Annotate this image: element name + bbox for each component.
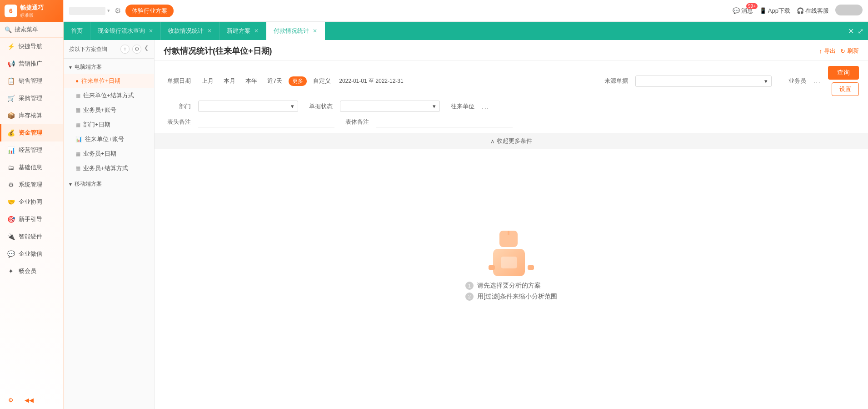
scheme-panel-actions: + ⚙ ❮ [120,45,149,54]
tab-receipt-stats[interactable]: 收款情况统计✕ [161,22,219,40]
scheme-item[interactable]: ▦往来单位+结算方式 [64,88,154,103]
header-note-input[interactable] [198,116,334,127]
tab-home[interactable]: 首页 [64,22,90,40]
scheme-group-arrow-icon: ▾ [69,181,72,187]
empty-state: 1 请先选择要分析的方案 2 用[过滤]条件来缩小分析范围 [155,149,868,409]
refresh-btn[interactable]: ↻ 刷新 [840,47,859,55]
scheme-item-icon: ▦ [75,107,80,113]
page-header-actions: ↑ 导出 ↻ 刷新 [819,47,859,55]
body-note-input[interactable] [376,116,513,127]
body-note-label: 表体备注 [342,118,369,126]
export-btn[interactable]: ↑ 导出 [819,47,836,55]
date-last-month-btn[interactable]: 上月 [198,76,217,86]
sidebar-nav: ⚡快捷导航📢营销推广📋销售管理🛒采购管理📦库存核算💰资金管理📊经营管理🗂基础信息… [0,38,63,391]
sidebar-label-inventory: 库存核算 [19,111,42,120]
scheme-item[interactable]: ▦业务员+日期 [64,146,154,161]
industry-btn[interactable]: 体验行业方案 [125,5,174,17]
sidebar-item-cooperation[interactable]: 🤝企业协同 [0,193,63,211]
tab-close-bank-flow[interactable]: ✕ [149,28,153,34]
sidebar-item-hardware[interactable]: 🔌智能硬件 [0,228,63,245]
user-avatar[interactable] [835,5,863,17]
scheme-group-title[interactable]: ▾移动端方案 [64,177,154,191]
tab-new-scheme[interactable]: 新建方案✕ [219,22,266,40]
tab-close-all-btn[interactable]: ✕ [848,27,854,35]
sidebar-item-guide[interactable]: 🎯新手引导 [0,211,63,228]
scheme-item-icon: ▦ [75,121,80,128]
sidebar-item-wechat[interactable]: 💬企业微信 [0,245,63,263]
tab-close-new-scheme[interactable]: ✕ [254,28,259,34]
salesperson-more-btn[interactable]: ... [813,77,821,85]
scheme-item-label: 往来单位+账号 [85,135,124,143]
sidebar-item-inventory[interactable]: 📦库存核算 [0,107,63,124]
sidebar-icon-cooperation: 🤝 [7,198,15,206]
scheme-panel-title: 按以下方案查询 [69,45,107,53]
sidebar-label-vip: 畅会员 [19,267,36,275]
search-menu-label: 搜索菜单 [15,25,38,34]
sidebar-label-hardware: 智能硬件 [19,232,42,241]
message-btn[interactable]: 💬 消息 99+ [733,7,753,15]
page-title: 付款情况统计(往来单位+日期) [164,45,272,56]
settings-btn[interactable]: 设置 [832,82,859,96]
tab-bank-flow[interactable]: 现金银行流水查询✕ [90,22,161,40]
collapse-bar[interactable]: ∧ 收起更多条件 [155,133,868,149]
date-7days-btn[interactable]: 近7天 [264,76,286,86]
headset-icon: 🎧 [797,7,804,14]
sidebar-item-quick-nav[interactable]: ⚡快捷导航 [0,38,63,55]
scheme-item[interactable]: 📊往来单位+账号 [64,132,154,146]
doc-status-select[interactable]: ▾ [340,101,440,112]
tab-payment-stats[interactable]: 付款情况统计✕ [266,22,325,40]
online-service-btn[interactable]: 🎧 在线客服 [797,7,829,15]
tab-expand-btn[interactable]: ⤢ [858,27,863,35]
sidebar-item-system[interactable]: ⚙系统管理 [0,176,63,193]
app-download-btn[interactable]: 📱 App下载 [759,7,790,15]
scheme-collapse-icon[interactable]: ❮ [144,45,149,54]
sidebar-label-cooperation: 企业协同 [19,198,42,206]
scheme-item-label: 往来单位+结算方式 [83,91,134,100]
tab-label-bank-flow: 现金银行流水查询 [98,27,145,35]
scheme-item-icon: 📊 [75,136,82,142]
scheme-panel-header: 按以下方案查询 + ⚙ ❮ [64,40,154,59]
search-menu[interactable]: 🔍 搜索菜单 [0,22,63,38]
doc-status-label: 单据状态 [305,102,333,111]
add-scheme-btn[interactable]: + [120,45,130,54]
sidebar-label-basic-info: 基础信息 [19,163,42,172]
sidebar-item-basic-info[interactable]: 🗂基础信息 [0,159,63,176]
scheme-settings-btn[interactable]: ⚙ [132,45,141,54]
scheme-group-title[interactable]: ▾电脑端方案 [64,61,154,74]
sidebar-item-finance[interactable]: 💰资金管理 [0,124,63,141]
sidebar-item-purchase[interactable]: 🛒采购管理 [0,90,63,107]
sidebar-icon-guide: 🎯 [7,216,15,223]
sidebar-item-marketing[interactable]: 📢营销推广 [0,55,63,72]
sidebar-icon-quick-nav: ⚡ [7,43,15,50]
sidebar: 6 畅捷通巧 标准版 🔍 搜索菜单 ⚡快捷导航📢营销推广📋销售管理🛒采购管理📦库… [0,0,64,409]
date-more-btn[interactable]: 更多 [289,76,307,86]
counterpart-more-btn[interactable]: ... [482,102,489,111]
sidebar-item-sales[interactable]: 📋销售管理 [0,72,63,90]
date-this-month-btn[interactable]: 本月 [220,76,239,86]
scheme-item[interactable]: ▦业务员+账号 [64,103,154,117]
page-content: 按以下方案查询 + ⚙ ❮ ▾电脑端方案●往来单位+日期▦往来单位+结算方式▦业… [64,40,868,409]
scheme-item[interactable]: ▦部门+日期 [64,117,154,132]
scheme-item-label: 部门+日期 [83,121,110,129]
sidebar-icon-purchase: 🛒 [7,95,15,102]
department-select[interactable]: ▾ [198,101,298,112]
query-btn[interactable]: 查询 [828,66,859,80]
sidebar-settings-btn[interactable]: ⚙ [5,395,17,405]
scheme-item[interactable]: ●往来单位+日期 [64,74,154,88]
tip-num-2: 2 [465,293,474,301]
date-this-year-btn[interactable]: 本年 [242,76,261,86]
sidebar-icon-sales: 📋 [7,77,15,85]
sidebar-item-vip[interactable]: ✦畅会员 [0,263,63,280]
source-select[interactable]: ▾ [635,76,772,87]
scheme-item-label: 业务员+日期 [83,150,116,158]
empty-tip-1: 1 请先选择要分析的方案 [465,282,557,290]
sidebar-collapse-btn[interactable]: ◀◀ [21,395,37,405]
tab-close-receipt-stats[interactable]: ✕ [207,28,212,34]
scheme-item[interactable]: ▦业务员+结算方式 [64,161,154,176]
mobile-icon: 📱 [759,7,767,14]
sidebar-item-operation[interactable]: 📊经营管理 [0,141,63,159]
date-custom-btn[interactable]: 自定义 [309,76,334,86]
tip-2-text: 用[过滤]条件来缩小分析范围 [477,293,557,301]
tab-close-payment-stats[interactable]: ✕ [313,28,317,34]
topbar-settings-icon[interactable]: ⚙ [115,6,121,15]
